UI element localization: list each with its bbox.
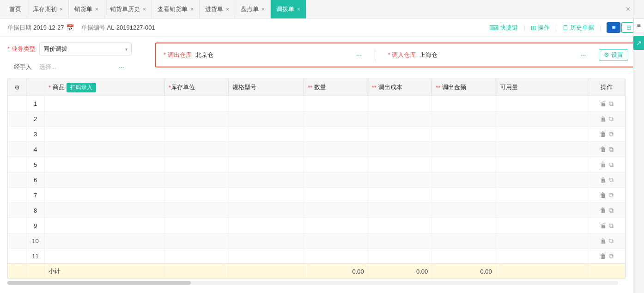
row-avail	[496, 96, 588, 111]
biz-type-value: 同价调拨	[43, 45, 123, 53]
col-op-header: 操作	[588, 79, 625, 96]
tab-purchase[interactable]: 进货单 ×	[200, 0, 235, 18]
delete-icon[interactable]: 🗑	[600, 191, 606, 199]
handler-more-icon[interactable]: ···	[119, 63, 124, 71]
copy-icon[interactable]: ⧉	[609, 130, 614, 138]
layout-list-button[interactable]: ≡	[607, 22, 620, 33]
table-row: 11 🗑⧉	[8, 249, 625, 263]
table-row: 4 🗑⧉	[8, 142, 625, 157]
row-product[interactable]	[45, 96, 165, 111]
out-warehouse-more-icon[interactable]: ···	[356, 51, 362, 59]
in-warehouse-value: 上海仓	[419, 51, 437, 59]
delete-icon[interactable]: 🗑	[600, 115, 606, 122]
tab-close-icon[interactable]: ×	[190, 6, 194, 12]
subtotal-row: 小计 0.00 0.00 0.00	[8, 263, 625, 279]
col-qty-header: * 数量	[304, 79, 368, 96]
copy-icon[interactable]: ⧉	[609, 115, 614, 123]
handler-select[interactable]: 选择... ···	[36, 61, 128, 73]
table-container: ⚙ * 商品 扫码录入 库存单位 规格型号 * 数量 * 调出成本 * 调出金额	[7, 79, 626, 279]
keyboard-icon: ⌨	[489, 24, 498, 31]
tab-close-icon[interactable]: ×	[60, 6, 63, 12]
tab-home[interactable]: 首页	[4, 0, 27, 18]
shortcut-button[interactable]: ⌨ 快捷键	[489, 24, 518, 32]
copy-icon[interactable]: ⧉	[609, 146, 614, 153]
action-button[interactable]: ⊞ 操作	[531, 24, 550, 32]
copy-icon[interactable]: ⧉	[609, 237, 614, 245]
handler-label: 经手人	[7, 63, 32, 71]
table-row: 1 🗑 ⧉	[8, 96, 625, 111]
copy-icon[interactable]: ⧉	[609, 252, 614, 260]
tab-close-icon[interactable]: ×	[297, 6, 300, 12]
tab-sales-order[interactable]: 销货单 ×	[69, 0, 104, 18]
warehouse-divider	[375, 49, 375, 61]
delete-icon[interactable]: 🗑	[600, 237, 606, 244]
table-header: ⚙ * 商品 扫码录入 库存单位 规格型号 * 数量 * 调出成本 * 调出金额	[8, 79, 625, 96]
delete-icon[interactable]: 🗑	[600, 161, 606, 168]
copy-icon[interactable]: ⧉	[609, 207, 614, 214]
table-row: 6 🗑⧉	[8, 172, 625, 188]
subtotal-label: 小计	[49, 267, 61, 275]
scroll-area	[0, 281, 626, 285]
in-warehouse-more-icon[interactable]: ···	[581, 51, 586, 59]
copy-icon[interactable]: ⧉	[609, 176, 614, 184]
delete-icon[interactable]: 🗑	[600, 176, 606, 183]
calendar-icon[interactable]: 📅	[66, 24, 74, 31]
tab-view-sales[interactable]: 查看销货单 ×	[152, 0, 200, 18]
out-warehouse-section: * 调出仓库 北京仓 ···	[164, 51, 362, 59]
delete-icon[interactable]: 🗑	[600, 100, 606, 107]
delete-icon[interactable]: 🗑	[600, 130, 606, 138]
chevron-down-icon: ▾	[125, 47, 128, 52]
row-spec[interactable]	[229, 96, 304, 111]
setting-button[interactable]: ⚙ 设置	[599, 49, 628, 61]
scrollbar-thumb[interactable]	[7, 281, 191, 285]
copy-icon[interactable]: ⧉	[609, 222, 614, 230]
delete-icon[interactable]: 🗑	[600, 146, 606, 153]
tab-close-icon[interactable]: ×	[226, 6, 229, 12]
delete-icon[interactable]: 🗑	[600, 207, 606, 214]
window-close-button[interactable]: ×	[626, 0, 630, 18]
biz-type-select[interactable]: 同价调拨 ▾	[39, 43, 132, 55]
tab-transfer[interactable]: 调拨单 ×	[271, 0, 306, 18]
table-row: 3 🗑⧉	[8, 127, 625, 142]
delete-icon[interactable]: 🗑	[600, 222, 606, 229]
tab-sales-history[interactable]: 销货单历史 ×	[104, 0, 152, 18]
out-warehouse-value: 北京仓	[195, 51, 213, 59]
history-button[interactable]: 🗒 历史单据	[562, 24, 594, 32]
col-product-header: * 商品 扫码录入	[45, 79, 165, 96]
sidebar-notes-button[interactable]: ≡	[633, 18, 644, 32]
tab-close-icon[interactable]: ×	[143, 6, 146, 12]
out-warehouse-label: * 调出仓库	[164, 51, 192, 59]
doc-no-field: 单据编号 AL-20191227-001	[81, 24, 155, 32]
row-op: 🗑 ⧉	[588, 96, 625, 111]
toolbar: 单据日期 2019-12-27 📅 单据编号 AL-20191227-001 ⌨…	[0, 18, 644, 37]
tab-inventory-check[interactable]: 盘点单 ×	[235, 0, 271, 18]
tab-inventory-init[interactable]: 库存期初 ×	[27, 0, 69, 18]
copy-icon[interactable]: ⧉	[609, 100, 614, 108]
warehouse-selection-panel: * 调出仓库 北京仓 ··· * 调入仓库 上海仓 ··· ⚙ 设置	[155, 43, 637, 67]
history-icon: 🗒	[562, 24, 569, 31]
row-cost[interactable]	[368, 96, 432, 111]
date-label: 单据日期	[7, 24, 31, 32]
tab-close-icon[interactable]: ×	[95, 6, 98, 12]
col-settings-icon[interactable]: ⚙	[8, 79, 26, 96]
copy-icon[interactable]: ⧉	[609, 191, 614, 199]
separator: |	[523, 24, 525, 31]
table-row: 8 🗑⧉	[8, 203, 625, 218]
handler-placeholder: 选择...	[39, 63, 117, 71]
doc-no-label: 单据编号	[81, 24, 105, 32]
table-row: 9 🗑⧉	[8, 218, 625, 233]
row-amount[interactable]	[432, 96, 496, 111]
row-unit[interactable]	[165, 96, 229, 111]
delete-icon[interactable]: 🗑	[600, 252, 606, 260]
copy-icon[interactable]: ⧉	[609, 161, 614, 169]
gear-icon: ⚙	[14, 84, 20, 91]
row-qty[interactable]	[304, 96, 368, 111]
scan-entry-button[interactable]: 扫码录入	[67, 83, 96, 92]
sidebar-expand-button[interactable]: ↗	[633, 36, 644, 50]
table-body: 1 🗑 ⧉ 2	[8, 96, 625, 263]
horizontal-scrollbar[interactable]	[7, 281, 618, 285]
subtotal-cost: 0.00	[416, 268, 428, 275]
tab-close-icon[interactable]: ×	[261, 6, 265, 12]
table-row: 2 🗑⧉	[8, 111, 625, 127]
col-unit-header: 库存单位	[165, 79, 229, 96]
